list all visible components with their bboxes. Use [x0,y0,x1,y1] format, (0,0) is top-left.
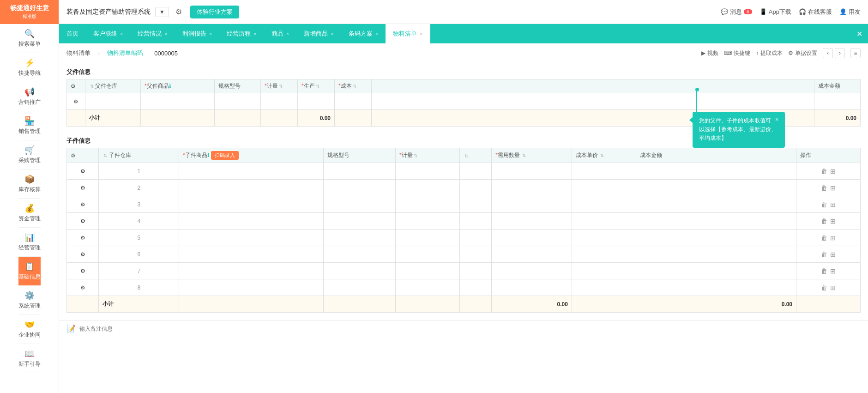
sidebar-item-operations[interactable]: 📊经营管理 [18,228,41,257]
child-row4-copy-icon[interactable]: ⊞ [830,218,836,225]
sidebar-item-search[interactable]: 🔍搜索菜单 [18,24,41,53]
child-row2-spec[interactable] [323,180,395,196]
doc-settings-button[interactable]: ⚙ 单据设置 [788,49,817,57]
child-row2-unit[interactable] [395,180,459,196]
child-row6-unit[interactable] [395,246,459,263]
child-row3-qty[interactable] [492,196,572,213]
scan-input-button[interactable]: 扫码录入 [211,151,239,160]
child-row5-spec[interactable] [323,230,395,246]
child-row8-price[interactable] [572,279,636,296]
child-row7-product[interactable] [179,263,324,279]
next-arrow[interactable]: › [835,48,845,58]
child-row1-qty[interactable] [492,163,572,180]
child-row5-price[interactable] [572,230,636,246]
child-row2-copy-icon[interactable]: ⊞ [830,184,836,192]
child-row5-unit[interactable] [395,230,459,246]
child-row7-spec[interactable] [323,263,395,279]
child-row5-copy-icon[interactable]: ⊞ [830,234,836,242]
child-row5-delete-icon[interactable]: 🗑 [821,234,827,242]
nav-tab-6[interactable]: 新增商品× [296,24,341,43]
sidebar-item-system[interactable]: ⚙️系统管理 [18,286,41,315]
child-row1-copy-icon[interactable]: ⊞ [830,168,836,175]
child-row7-qty[interactable] [492,263,572,279]
sidebar-item-basic-info[interactable]: 📋基础信息 [18,257,41,286]
child-row2-qty[interactable] [492,180,572,196]
parent-row1-production[interactable] [298,93,335,110]
tab-close-3[interactable]: × [209,31,212,36]
child-row6-qty[interactable] [492,246,572,263]
sidebar-item-cooperation[interactable]: 🤝企业协同 [18,315,41,344]
nav-tab-8[interactable]: 物料清单× [386,24,430,43]
child-row4-spec[interactable] [323,213,395,230]
title-dropdown[interactable]: ▼ [155,7,169,17]
sidebar-item-finance[interactable]: 💰资金管理 [18,199,41,228]
nav-tab-2[interactable]: 经营情况× [130,24,175,43]
tooltip-close-button[interactable]: × [775,115,778,124]
tab-close-5[interactable]: × [286,31,289,36]
parent-row1-unit[interactable] [261,93,298,110]
child-row2-product[interactable] [179,180,324,196]
sidebar-item-marketing[interactable]: 📢营销推广 [18,82,41,111]
nav-tab-0[interactable]: 首页 [59,24,86,43]
breadcrumb-item-2[interactable]: 物料清单编码 [107,49,143,57]
tab-close-8[interactable]: × [420,31,422,36]
child-row1-price[interactable] [572,163,636,180]
child-row5-product[interactable] [179,230,324,246]
sidebar-item-purchase[interactable]: 🛒采购管理 [18,140,41,169]
child-row3-copy-icon[interactable]: ⊞ [830,201,836,208]
child-row6-product[interactable] [179,246,324,263]
child-row1-unit[interactable] [395,163,459,180]
nav-tab-7[interactable]: 条码方案× [341,24,386,43]
child-row4-price[interactable] [572,213,636,230]
video-button[interactable]: ▶ 视频 [701,49,718,57]
settings-icon[interactable]: ⚙ [175,7,182,16]
user-profile[interactable]: 👤 用友 [839,8,861,16]
tab-close-7[interactable]: × [375,31,378,36]
child-row3-delete-icon[interactable]: 🗑 [821,201,827,208]
parent-row1-product[interactable] [141,93,215,110]
sidebar-item-sales[interactable]: 🏪销售管理 [18,111,41,140]
child-row5-qty[interactable] [492,230,572,246]
child-row8-delete-icon[interactable]: 🗑 [821,284,827,291]
child-row2-price[interactable] [572,180,636,196]
child-row6-delete-icon[interactable]: 🗑 [821,251,827,258]
nav-tab-5[interactable]: 商品× [264,24,296,43]
breadcrumb-item-1[interactable]: 物料清单 [66,49,90,57]
list-view-button[interactable]: ≡ [850,48,861,58]
prev-arrow[interactable]: ‹ [823,48,833,58]
sidebar-item-quick-nav[interactable]: ⚡快捷导航 [18,53,41,82]
child-row7-delete-icon[interactable]: 🗑 [821,267,827,275]
sidebar-item-guide[interactable]: 📖新手引导 [18,344,41,373]
parent-row1-warehouse[interactable] [85,93,141,110]
child-row1-delete-icon[interactable]: 🗑 [821,168,827,175]
child-row7-unit[interactable] [395,263,459,279]
nav-tab-1[interactable]: 客户联络× [86,24,130,43]
tab-close-1[interactable]: × [120,31,123,36]
child-row8-spec[interactable] [323,279,395,296]
online-service-button[interactable]: 🎧 在线客服 [799,8,832,16]
child-row7-copy-icon[interactable]: ⊞ [830,267,836,275]
child-row1-spec[interactable] [323,163,395,180]
note-input[interactable] [79,326,861,332]
message-button[interactable]: 💬 消息 6 [721,8,752,16]
child-row4-unit[interactable] [395,213,459,230]
experience-button[interactable]: 体验行业方案 [190,6,239,18]
child-row4-delete-icon[interactable]: 🗑 [821,218,827,225]
parent-row1-cost[interactable] [335,93,372,110]
child-row6-price[interactable] [572,246,636,263]
child-row8-unit[interactable] [395,279,459,296]
child-row4-qty[interactable] [492,213,572,230]
child-row7-price[interactable] [572,263,636,279]
child-row3-product[interactable] [179,196,324,213]
child-row3-spec[interactable] [323,196,395,213]
child-row4-product[interactable] [179,213,324,230]
child-row6-spec[interactable] [323,246,395,263]
shortcut-button[interactable]: ⌨ 快捷键 [724,49,750,57]
app-download-button[interactable]: 📱 App下载 [760,8,791,16]
child-row3-unit[interactable] [395,196,459,213]
tab-close-6[interactable]: × [331,31,333,36]
close-all-tabs-button[interactable]: ✕ [851,30,868,38]
child-row6-copy-icon[interactable]: ⊞ [830,251,836,258]
nav-tab-4[interactable]: 经营历程× [219,24,264,43]
nav-tab-3[interactable]: 利润报告× [175,24,219,43]
